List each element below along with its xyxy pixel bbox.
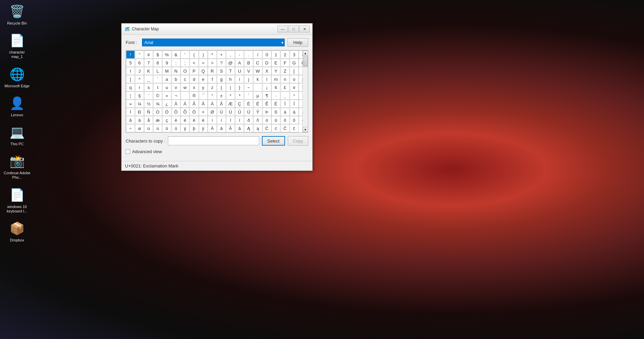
this-pc-icon[interactable]: 💻 This PC bbox=[3, 124, 31, 146]
char-cell[interactable]: h bbox=[226, 75, 235, 83]
char-cell[interactable]: Ü bbox=[244, 108, 253, 116]
char-cell[interactable]: > bbox=[208, 59, 217, 67]
char-cell[interactable]: ć bbox=[271, 124, 280, 132]
char-cell[interactable]: ¢ bbox=[271, 83, 280, 91]
char-cell[interactable]: r bbox=[135, 83, 144, 91]
char-cell[interactable]: å bbox=[144, 116, 153, 124]
char-cell[interactable]: Q bbox=[199, 67, 208, 75]
char-cell[interactable]: õ bbox=[290, 116, 299, 124]
char-cell[interactable]: ! bbox=[126, 50, 135, 59]
char-cell[interactable]: É bbox=[253, 100, 262, 108]
char-cell[interactable]: £ bbox=[281, 83, 289, 91]
char-cell[interactable]: b bbox=[172, 75, 180, 83]
char-cell[interactable]: Û bbox=[235, 108, 244, 116]
char-cell[interactable]: $ bbox=[153, 50, 162, 59]
char-cell[interactable]: J bbox=[135, 67, 144, 75]
char-cell[interactable]: ½ bbox=[144, 100, 153, 108]
char-cell[interactable]: ø bbox=[135, 124, 144, 132]
char-cell[interactable]: Á bbox=[180, 100, 189, 108]
char-cell[interactable]: ð bbox=[244, 116, 253, 124]
char-cell[interactable]: g bbox=[217, 75, 226, 83]
continue-adobe-icon[interactable]: 📸 Continue Adobe Pho... bbox=[3, 153, 31, 180]
char-cell[interactable]: @ bbox=[226, 59, 235, 67]
char-cell[interactable]: ` bbox=[153, 75, 162, 83]
char-cell[interactable]: m bbox=[271, 75, 280, 83]
font-select[interactable]: Arial bbox=[142, 39, 285, 46]
char-cell[interactable]: ù bbox=[144, 124, 153, 132]
char-cell[interactable]: C bbox=[253, 59, 262, 67]
char-cell[interactable]: × bbox=[199, 108, 208, 116]
dropbox-icon[interactable]: 📦 Dropbox bbox=[3, 220, 31, 242]
char-cell[interactable]: µ bbox=[253, 91, 262, 100]
char-cell[interactable]: Ó bbox=[162, 108, 171, 116]
char-cell[interactable]: _ bbox=[144, 75, 153, 83]
microsoft-edge-icon[interactable]: 🌐 Microsoft Edge bbox=[3, 66, 31, 88]
char-cell[interactable]: è bbox=[172, 116, 180, 124]
char-cell[interactable]: | bbox=[226, 83, 235, 91]
char-cell[interactable]: ñ bbox=[253, 116, 262, 124]
minimize-button[interactable]: — bbox=[278, 26, 288, 32]
char-cell[interactable]: é bbox=[180, 116, 189, 124]
char-cell[interactable]: Â bbox=[190, 100, 199, 108]
char-cell[interactable]: ¯ bbox=[199, 91, 208, 100]
char-cell[interactable]: { bbox=[217, 83, 226, 91]
char-cell[interactable]: X bbox=[263, 67, 271, 75]
char-cell[interactable]: ô bbox=[281, 116, 289, 124]
char-cell[interactable]: y bbox=[199, 83, 208, 91]
char-cell[interactable]: < bbox=[190, 59, 199, 67]
char-cell[interactable]: Õ bbox=[180, 108, 189, 116]
char-cell[interactable]: o bbox=[290, 75, 299, 83]
char-cell[interactable]: N bbox=[172, 67, 180, 75]
char-cell[interactable]: ² bbox=[226, 91, 235, 100]
scroll-thumb[interactable] bbox=[303, 57, 308, 67]
char-cell[interactable]: / bbox=[253, 50, 262, 59]
char-cell[interactable]: " bbox=[135, 50, 144, 59]
char-cell[interactable]: ë bbox=[199, 116, 208, 124]
char-cell[interactable]: E bbox=[271, 59, 280, 67]
char-cell[interactable]: k bbox=[253, 75, 262, 83]
char-cell[interactable]: ä bbox=[135, 116, 144, 124]
char-cell[interactable]: Ä bbox=[208, 100, 217, 108]
char-cell[interactable]: n bbox=[281, 75, 289, 83]
char-cell[interactable]: ¶ bbox=[263, 91, 271, 100]
char-cell[interactable]: ÿ bbox=[199, 124, 208, 132]
char-cell[interactable]: e bbox=[199, 75, 208, 83]
char-cell[interactable]: T bbox=[226, 67, 235, 75]
char-cell[interactable]: « bbox=[162, 91, 171, 100]
char-cell[interactable]: L bbox=[153, 67, 162, 75]
char-cell[interactable] bbox=[253, 83, 262, 91]
char-cell[interactable]: ' bbox=[180, 50, 189, 59]
char-cell[interactable]: Æ bbox=[226, 100, 235, 108]
char-cell[interactable]: G bbox=[290, 59, 299, 67]
char-cell[interactable]: I bbox=[126, 67, 135, 75]
char-cell[interactable]: ą bbox=[253, 124, 262, 132]
help-button[interactable]: Help bbox=[287, 38, 308, 47]
char-cell[interactable]: Ð bbox=[135, 108, 144, 116]
char-cell[interactable]: # bbox=[144, 50, 153, 59]
char-cell[interactable]: * bbox=[208, 50, 217, 59]
char-cell[interactable]: ì bbox=[208, 116, 217, 124]
scroll-up-arrow[interactable]: ▲ bbox=[303, 50, 308, 56]
char-cell[interactable]: í bbox=[217, 116, 226, 124]
char-cell[interactable]: Ý bbox=[253, 108, 262, 116]
char-cell[interactable]: [ bbox=[290, 67, 299, 75]
char-cell[interactable]: À bbox=[172, 100, 180, 108]
char-cell[interactable]: ? bbox=[217, 59, 226, 67]
char-cell[interactable]: F bbox=[281, 59, 289, 67]
char-cell[interactable]: + bbox=[217, 50, 226, 59]
char-cell[interactable]: ï bbox=[235, 116, 244, 124]
char-cell[interactable]: K bbox=[144, 67, 153, 75]
char-cell[interactable]: Í bbox=[290, 100, 299, 108]
char-cell[interactable]: » bbox=[126, 100, 135, 108]
char-cell[interactable]: B bbox=[244, 59, 253, 67]
char-cell[interactable]: Ā bbox=[208, 124, 217, 132]
char-cell[interactable]: t bbox=[153, 83, 162, 91]
char-cell[interactable]: l bbox=[263, 75, 271, 83]
char-cell[interactable]: ) bbox=[199, 50, 208, 59]
char-cell[interactable]: v bbox=[172, 83, 180, 91]
character-map-icon[interactable]: 📄 character map_1 bbox=[3, 32, 31, 59]
char-cell[interactable]: , bbox=[226, 50, 235, 59]
char-cell[interactable]: 9 bbox=[162, 59, 171, 67]
char-cell[interactable]: ã bbox=[126, 116, 135, 124]
char-cell[interactable]: ó bbox=[271, 116, 280, 124]
